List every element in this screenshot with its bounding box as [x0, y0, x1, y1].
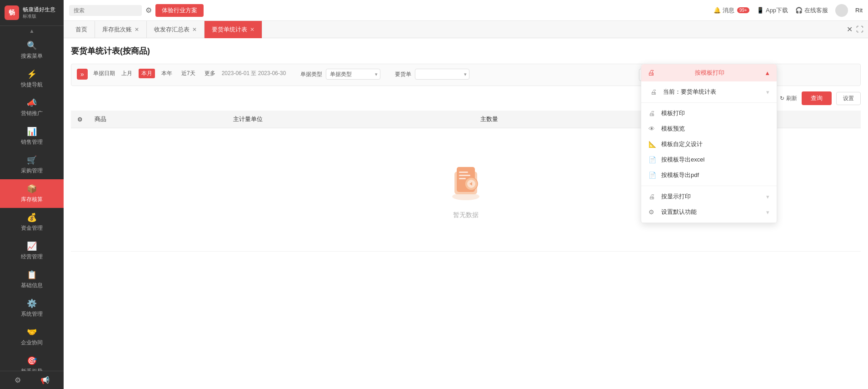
date-btn-this-month[interactable]: 本月 — [139, 69, 155, 78]
tab-batch-account[interactable]: 库存批次账 ✕ — [95, 21, 147, 38]
type-select[interactable]: 单据类型 — [326, 69, 380, 80]
tabbar: 首页 库存批次账 ✕ 收发存汇总表 ✕ 要货单统计表 ✕ ✕ ⛶ — [64, 21, 868, 38]
sidebar-item-inventory[interactable]: 📦 库存核算 — [0, 179, 64, 208]
dropdown-main-section: 🖨 模板打印 👁 模板预览 📐 模板自定义设计 📄 按模板导出excel 📄 — [641, 103, 777, 186]
sidebar-item-purchase[interactable]: 🛒 采购管理 — [0, 151, 64, 179]
sidebar-label-guide: 新手引导 — [21, 368, 43, 371]
sidebar-logo: 畅 畅康通好生意 标准版 — [0, 0, 64, 26]
online-service-label: 在线客服 — [804, 6, 828, 15]
dropdown-item-label-2: 模板自定义设计 — [661, 140, 703, 148]
dropdown-header-icon: 🖨 — [648, 69, 655, 77]
dropdown-item-template-excel[interactable]: 📄 按模板导出excel — [641, 152, 777, 167]
tab-batch-account-close[interactable]: ✕ — [135, 26, 139, 33]
current-icon: 🖨 — [650, 88, 658, 96]
sidebar-bottom: ⚙ 📢 — [0, 371, 64, 389]
sidebar-label-sales: 销售管理 — [21, 138, 43, 146]
type-select-wrapper: 单据类型 — [326, 69, 380, 80]
dropdown-close-chevron[interactable]: ▲ — [764, 70, 770, 76]
close-window-btn[interactable]: ✕ — [847, 25, 853, 34]
dropdown-item-label-3: 按模板导出excel — [661, 156, 704, 164]
template-preview-icon: 👁 — [649, 125, 657, 132]
svg-rect-5 — [459, 178, 466, 179]
sidebar-settings-btn[interactable]: ⚙ — [15, 376, 21, 384]
dropdown-item-template-preview[interactable]: 👁 模板预览 — [641, 121, 777, 136]
dropdown-header: 🖨 按模板打印 ▲ — [641, 64, 777, 81]
sidebar-label-system: 系统管理 — [21, 310, 43, 318]
marketing-icon: 📣 — [27, 98, 37, 108]
filter-expand-btn[interactable]: » — [77, 69, 88, 80]
sidebar-item-operation[interactable]: 📈 经营管理 — [0, 237, 64, 265]
sidebar-item-marketing[interactable]: 📣 营销推广 — [0, 93, 64, 122]
set-default-icon: ⚙ — [649, 208, 657, 216]
dropdown-sub-section: 🖨 按显示打印 ▾ ⚙ 设置默认功能 ▾ — [641, 186, 777, 223]
date-btn-7days[interactable]: 近7天 — [179, 69, 198, 78]
maximize-btn[interactable]: ⛶ — [856, 25, 863, 34]
sidebar-label-basic: 基础信息 — [21, 282, 43, 289]
dropdown-current-item[interactable]: 🖨 当前：要货单统计表 ▾ — [641, 84, 777, 100]
date-btn-last-month[interactable]: 上月 — [119, 69, 135, 78]
date-btn-this-year[interactable]: 本年 — [159, 69, 175, 78]
display-print-arrow: ▾ — [766, 193, 769, 200]
settings-btn[interactable]: 设置 — [836, 92, 861, 105]
system-icon: ⚙️ — [27, 298, 37, 308]
dropdown-item-label-1: 模板预览 — [661, 125, 685, 133]
topbar-gear-icon[interactable]: ⚙ — [145, 6, 152, 15]
template-design-icon: 📐 — [649, 141, 657, 148]
order-filter-group: 要货单 — [395, 69, 469, 80]
sidebar-item-guide[interactable]: 🎯 新手引导 — [0, 351, 64, 371]
sidebar-label-operation: 经营管理 — [21, 253, 43, 261]
query-btn[interactable]: 查询 — [802, 91, 832, 105]
page-title: 要货单统计表(按商品) — [71, 45, 861, 56]
date-btn-more[interactable]: 更多 — [202, 69, 218, 78]
trial-btn[interactable]: 体验行业方案 — [155, 4, 204, 17]
online-service-action[interactable]: 🎧 在线客服 — [795, 6, 828, 15]
dropdown-item-template-print[interactable]: 🖨 模板打印 — [641, 106, 777, 121]
order-select-wrapper — [415, 69, 469, 80]
sidebar: 畅 畅康通好生意 标准版 ▲ 🔍 搜索菜单 ⚡ 快捷导航 📣 营销推广 📊 销售… — [0, 0, 64, 389]
tab-order-stats-label: 要货单统计表 — [212, 25, 247, 34]
notification-action[interactable]: 🔔 消息 99+ — [713, 6, 749, 15]
dropdown-item-display-print[interactable]: 🖨 按显示打印 ▾ — [641, 189, 777, 204]
sidebar-item-system[interactable]: ⚙️ 系统管理 — [0, 294, 64, 323]
template-print-icon: 🖨 — [649, 110, 657, 117]
date-filter-row: 单据日期 上月 本月 本年 近7天 更多 2023-06-01 至 2023-0… — [93, 69, 286, 78]
topbar-search-input[interactable] — [69, 5, 142, 16]
search-icon: 🔍 — [27, 40, 37, 51]
sidebar-item-search[interactable]: 🔍 搜索菜单 — [0, 36, 64, 65]
col-product: 商品 — [89, 111, 228, 128]
sidebar-item-basic[interactable]: 📋 基础信息 — [0, 265, 64, 294]
col-settings[interactable]: ⚙ — [71, 111, 89, 128]
col-unit: 主计量单位 — [228, 111, 475, 128]
empty-text: 暂无数据 — [453, 211, 479, 219]
topbar: ⚙ 体验行业方案 🔔 消息 99+ 📱 App下载 🎧 在线客服 Rit — [64, 0, 868, 21]
dropdown-item-set-default[interactable]: ⚙ 设置默认功能 ▾ — [641, 204, 777, 220]
tab-home[interactable]: 首页 — [68, 21, 95, 38]
tab-receipts-summary-close[interactable]: ✕ — [192, 26, 197, 33]
sidebar-item-finance[interactable]: 💰 资金管理 — [0, 208, 64, 237]
main-area: ⚙ 体验行业方案 🔔 消息 99+ 📱 App下载 🎧 在线客服 Rit 首页 — [64, 0, 868, 389]
logo-icon: 畅 — [5, 5, 19, 20]
app-download-action[interactable]: 📱 App下载 — [757, 6, 788, 15]
tab-order-stats-close[interactable]: ✕ — [250, 26, 254, 33]
notification-label: 消息 — [723, 6, 734, 15]
order-select[interactable] — [415, 69, 469, 80]
dropdown-current-arrow: ▾ — [766, 89, 769, 96]
sidebar-item-sales[interactable]: 📊 销售管理 — [0, 122, 64, 151]
tab-receipts-summary-label: 收发存汇总表 — [154, 25, 190, 34]
sidebar-scroll-up[interactable]: ▲ — [0, 26, 64, 36]
sidebar-help-btn[interactable]: 📢 — [40, 376, 50, 384]
avatar[interactable] — [835, 4, 848, 17]
col-quantity: 主数量 — [475, 111, 650, 128]
tab-batch-account-label: 库存批次账 — [102, 25, 132, 34]
tab-receipts-summary[interactable]: 收发存汇总表 ✕ — [147, 21, 205, 38]
dropdown-current-section: 🖨 当前：要货单统计表 ▾ — [641, 81, 777, 103]
dropdown-item-template-pdf[interactable]: 📄 按模板导出pdf — [641, 167, 777, 183]
sidebar-item-enterprise[interactable]: 🤝 企业协同 — [0, 323, 64, 351]
sidebar-label-enterprise: 企业协同 — [21, 339, 43, 347]
headset-icon: 🎧 — [795, 7, 803, 14]
refresh-btn[interactable]: ↻ 刷新 — [780, 95, 797, 102]
tab-order-stats[interactable]: 要货单统计表 ✕ — [205, 21, 262, 38]
dropdown-item-template-design[interactable]: 📐 模板自定义设计 — [641, 136, 777, 152]
sidebar-item-shortcut[interactable]: ⚡ 快捷导航 — [0, 65, 64, 93]
type-filter-label: 单据类型 — [300, 71, 322, 78]
